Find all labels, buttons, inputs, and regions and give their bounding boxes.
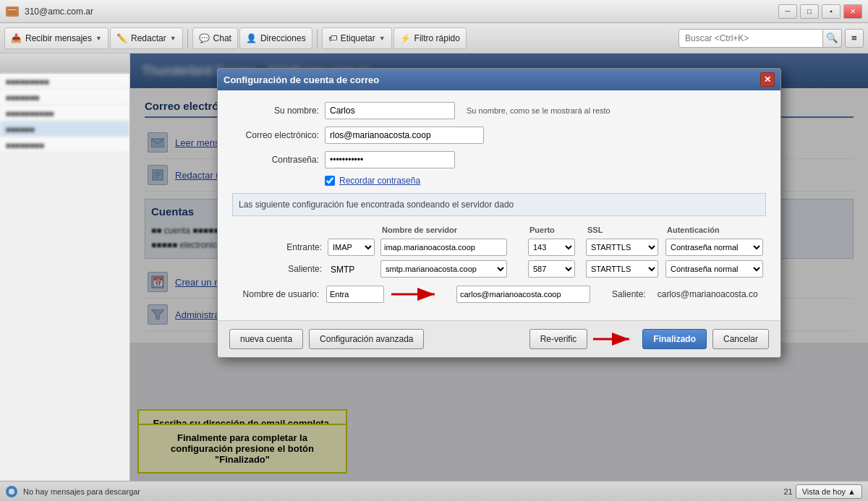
red-arrow-done bbox=[593, 328, 637, 350]
search-button[interactable]: 🔍 bbox=[823, 29, 842, 48]
svg-point-14 bbox=[9, 489, 14, 494]
email-input[interactable] bbox=[325, 127, 484, 144]
outgoing-protocol: SMTP bbox=[328, 265, 357, 275]
sidebar: ■■■■■■■■■ ■■■■■■■ ■■■■■■■■■■ ■■■■■■ ■■■■… bbox=[0, 53, 130, 481]
outgoing-auth-select[interactable]: Contraseña normal OAuth2 bbox=[665, 260, 763, 278]
filter-icon: ⚡ bbox=[400, 33, 411, 43]
remember-row: Recordar contraseña bbox=[325, 176, 766, 186]
tag-arrow: ▼ bbox=[379, 35, 386, 42]
address-button[interactable]: 👤 Direcciones bbox=[239, 27, 312, 49]
maximize-button[interactable]: □ bbox=[800, 4, 819, 19]
nombre-hint: Su nombre, como se le mostrará al resto bbox=[467, 106, 610, 115]
window-title: 310@amc.com.ar bbox=[25, 7, 773, 17]
restore-button[interactable]: ▪ bbox=[822, 4, 841, 19]
email-config-dialog: Configuración de cuenta de correo ✕ Su n… bbox=[217, 68, 781, 358]
outgoing-user-label: Saliente: bbox=[612, 289, 646, 299]
status-icon bbox=[6, 486, 17, 497]
filter-button[interactable]: ⚡ Filtro rápido bbox=[393, 27, 467, 49]
cancel-button[interactable]: Cancelar bbox=[712, 329, 769, 349]
remember-checkbox[interactable] bbox=[325, 176, 335, 186]
new-account-button[interactable]: nueva cuenta bbox=[229, 329, 303, 349]
done-button[interactable]: Finalizado bbox=[642, 329, 707, 349]
compose-label: Redactar bbox=[131, 33, 166, 43]
outgoing-port-select[interactable]: 587 465 25 bbox=[528, 260, 575, 278]
receive-button[interactable]: 📥 Recibir mensajes ▼ bbox=[4, 27, 109, 49]
sidebar-item-5[interactable]: ■■■■■■■■ bbox=[0, 137, 129, 153]
incoming-auth-select[interactable]: Contraseña normal OAuth2 bbox=[665, 239, 763, 256]
address-label: Direcciones bbox=[260, 33, 306, 43]
recheck-button[interactable]: Re-verific bbox=[529, 329, 588, 349]
filter-label: Filtro rápido bbox=[414, 33, 460, 43]
dialog-titlebar: Configuración de cuenta de correo ✕ bbox=[218, 69, 780, 90]
dialog-buttons: nueva cuenta Configuración avanzada Re-v… bbox=[218, 320, 780, 357]
incoming-username-hint[interactable] bbox=[326, 286, 384, 303]
modal-overlay: Configuración de cuenta de correo ✕ Su n… bbox=[130, 53, 868, 481]
content-area: Thunderbird Correo - 310@amc.com.ar Corr… bbox=[130, 53, 868, 481]
main-toolbar: 📥 Recibir mensajes ▼ ✏️ Redactar ▼ 💬 Cha… bbox=[0, 23, 868, 53]
red-arrow-inline bbox=[391, 286, 449, 303]
config-info: Las siguiente configuración fue encontra… bbox=[232, 193, 766, 216]
search-input[interactable] bbox=[678, 29, 823, 48]
svg-rect-0 bbox=[7, 8, 17, 15]
outgoing-label: Saliente: bbox=[235, 264, 322, 274]
receive-icon: 📥 bbox=[11, 33, 22, 43]
col-header-server: Nombre de servidor bbox=[378, 223, 525, 236]
toolbar-separator-1 bbox=[187, 29, 188, 48]
incoming-port-select[interactable]: 143 993 bbox=[528, 239, 575, 256]
view-today-arrow: ▲ bbox=[848, 487, 856, 496]
tag-label: Etiquetar bbox=[341, 33, 375, 43]
menu-button[interactable]: ≡ bbox=[845, 29, 864, 48]
incoming-server-input[interactable] bbox=[380, 239, 507, 256]
tag-button[interactable]: 🏷 Etiquetar ▼ bbox=[322, 27, 392, 49]
outgoing-ssl-select[interactable]: STARTTLS SSL/TLS None bbox=[586, 260, 658, 278]
chat-icon: 💬 bbox=[199, 33, 210, 43]
window-controls: ─ □ ▪ ✕ bbox=[778, 4, 862, 19]
nombre-row: Su nombre: Su nombre, como se le mostrar… bbox=[232, 102, 766, 119]
username-label: Nombre de usuario: bbox=[232, 289, 319, 299]
compose-button[interactable]: ✏️ Redactar ▼ bbox=[110, 27, 183, 49]
outgoing-row: Saliente: SMTP smtp.marianoacosta.coop bbox=[232, 258, 766, 280]
chat-button[interactable]: 💬 Chat bbox=[192, 27, 238, 49]
sidebar-item-3[interactable]: ■■■■■■■■■■ bbox=[0, 106, 129, 121]
col-header-ssl: SSL bbox=[583, 223, 663, 236]
minimize-button[interactable]: ─ bbox=[778, 4, 797, 19]
toolbar-separator-2 bbox=[317, 29, 318, 48]
status-message: No hay mensajes para descargar bbox=[23, 487, 140, 496]
recheck-label: Re-verific bbox=[540, 334, 577, 344]
email-row: Correo electrónico: bbox=[232, 127, 766, 144]
arrow-container bbox=[593, 328, 637, 350]
svg-rect-1 bbox=[8, 9, 17, 10]
sidebar-item-4[interactable]: ■■■■■■ bbox=[0, 121, 129, 137]
password-input[interactable] bbox=[325, 151, 455, 168]
incoming-label: Entrante: bbox=[235, 242, 322, 252]
col-header-auth: Autenticación bbox=[663, 223, 766, 236]
main-area: ■■■■■■■■■ ■■■■■■■ ■■■■■■■■■■ ■■■■■■ ■■■■… bbox=[0, 53, 868, 481]
nombre-input[interactable] bbox=[325, 102, 455, 119]
new-account-label: nueva cuenta bbox=[240, 334, 292, 344]
username-section: Nombre de usuario: bbox=[232, 286, 766, 303]
close-button[interactable]: ✕ bbox=[843, 4, 862, 19]
dialog-title: Configuración de cuenta de correo bbox=[224, 74, 379, 85]
incoming-protocol-select[interactable]: IMAP POP3 bbox=[328, 239, 375, 256]
outgoing-username-value: carlos@marianoacosta.co bbox=[658, 289, 758, 299]
col-header-empty bbox=[232, 223, 325, 236]
dialog-close-button[interactable]: ✕ bbox=[760, 72, 775, 87]
view-today-button[interactable]: Vista de hoy ▲ bbox=[796, 484, 862, 499]
incoming-ssl-select[interactable]: STARTTLS SSL/TLS None bbox=[586, 239, 658, 256]
sidebar-item-2[interactable]: ■■■■■■■ bbox=[0, 90, 129, 106]
incoming-username-input[interactable] bbox=[456, 286, 590, 303]
sidebar-item-1[interactable]: ■■■■■■■■■ bbox=[0, 74, 129, 90]
outgoing-server-select[interactable]: smtp.marianoacosta.coop bbox=[380, 260, 507, 278]
advanced-config-button[interactable]: Configuración avanzada bbox=[309, 329, 424, 349]
search-box: 🔍 ≡ bbox=[678, 29, 864, 48]
col-header-protocol bbox=[325, 223, 378, 236]
chat-label: Chat bbox=[213, 33, 231, 43]
password-row: Contraseña: bbox=[232, 151, 766, 168]
done-label: Finalizado bbox=[653, 334, 696, 344]
status-right: 21 Vista de hoy ▲ bbox=[783, 484, 862, 499]
sidebar-header bbox=[0, 53, 129, 74]
search-icon: 🔍 bbox=[826, 33, 838, 43]
view-today-label: Vista de hoy bbox=[802, 487, 846, 496]
remember-label[interactable]: Recordar contraseña bbox=[339, 176, 420, 186]
email-label: Correo electrónico: bbox=[232, 130, 319, 140]
